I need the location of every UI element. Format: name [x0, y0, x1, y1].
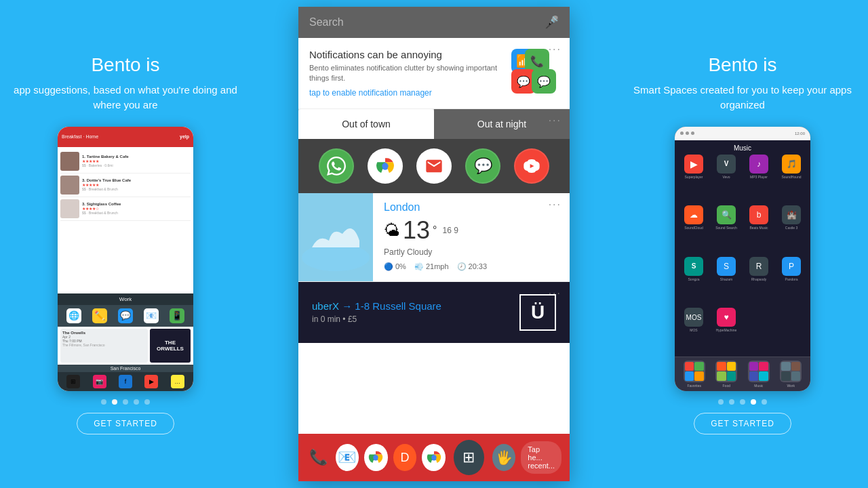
uber-more-icon[interactable]: ···	[549, 287, 561, 300]
chrome-app-icon[interactable]	[368, 148, 403, 184]
yelp-meta: $$ · Breakfast & Brunch	[82, 211, 191, 215]
castle-icon[interactable]: 🏰	[782, 205, 801, 224]
app-drawer-button[interactable]: ⊞	[454, 440, 484, 475]
folder-label: Favorites	[687, 384, 701, 388]
mos-icon[interactable]: MOS	[684, 308, 703, 327]
tap-recents-label[interactable]: Tap he... recent...	[521, 441, 561, 474]
search-input[interactable]: Search	[309, 16, 538, 28]
notification-more-icon[interactable]: ···	[549, 43, 561, 56]
left-phone-mockup: Breakfast · Home yelp 1. Tartine Bakery …	[58, 127, 193, 391]
right-panel: Bento is Smart Spaces created for you to…	[617, 41, 868, 448]
event-image: THEORWELLS	[150, 329, 191, 363]
soundcloud-icon[interactable]: ☁	[684, 205, 703, 224]
left-title: Bento is	[91, 54, 159, 76]
yelp-thumb	[60, 199, 79, 218]
beats-icon[interactable]: b	[749, 205, 768, 224]
dot-1[interactable]	[718, 399, 724, 405]
left-pagination	[101, 399, 150, 405]
event-card: The Orwells Apr 2 Thu 7:00 PM The Fillmo…	[60, 329, 148, 363]
wind-stat: 💨 21mph	[414, 262, 449, 271]
dot	[680, 131, 684, 135]
chrome-nav-icon[interactable]	[364, 444, 388, 471]
dd-nav-icon[interactable]: D	[393, 444, 417, 471]
dot-2[interactable]	[729, 399, 734, 405]
tabs-more-icon[interactable]: ···	[549, 115, 561, 127]
dot-4[interactable]	[751, 399, 756, 405]
right-get-started-button[interactable]: GET STARTED	[694, 413, 791, 434]
weather-stats: 🔵 0% 💨 21mph 🕗 20:33	[384, 262, 559, 271]
gmail-nav-icon[interactable]: 📧	[336, 444, 359, 471]
whatsapp-app-icon[interactable]	[319, 148, 354, 184]
right-subtitle: Smart Spaces created for you to keep you…	[631, 83, 854, 113]
list-item: b Beats Music	[744, 205, 774, 254]
app-label: Songza	[688, 277, 700, 281]
mp3player-icon[interactable]: ♪	[749, 155, 768, 174]
work-folder[interactable]: Work	[780, 361, 802, 388]
list-item: 🔍 Sound Search	[711, 205, 741, 254]
dot-2[interactable]	[112, 399, 117, 405]
yelp-logo: yelp	[180, 134, 189, 139]
rhapsody-icon[interactable]: R	[749, 257, 768, 276]
list-item: 🎵 SoundHound	[776, 155, 806, 203]
rain-icon: 🔵	[384, 262, 393, 271]
songza-icon[interactable]: S	[684, 257, 703, 276]
app-label: Vevo	[722, 175, 730, 179]
dot-1[interactable]	[101, 399, 106, 405]
music-folder[interactable]: Music	[748, 361, 770, 388]
weather-more-icon[interactable]: ···	[549, 199, 561, 211]
dot-5[interactable]	[762, 399, 767, 405]
list-item: S Shazam	[711, 257, 741, 306]
dot-5[interactable]	[144, 399, 150, 405]
uber-logo[interactable]: Ü	[519, 294, 556, 331]
dot	[691, 131, 694, 135]
facebook-icon: f	[119, 375, 132, 388]
weather-card: ··· London 🌤 13 ° 16 9 Partly Cloudy	[298, 193, 570, 282]
uber-arrow: → 1-8 Russell Square	[342, 300, 441, 312]
yelp-stars: ★★★★☆	[82, 206, 191, 211]
pandora-icon[interactable]: P	[782, 257, 801, 276]
gmail-icon: 📧	[144, 308, 159, 323]
list-item: P Pandora	[776, 257, 806, 306]
list-item: MOS MOS	[679, 308, 709, 357]
music-section-title: Music	[675, 140, 810, 155]
food-folder[interactable]: Food	[715, 361, 737, 388]
app-label: Sound Search	[715, 226, 737, 230]
dot-4[interactable]	[134, 399, 139, 405]
youtube-app-icon[interactable]	[514, 148, 549, 184]
gmail-app-icon[interactable]	[416, 148, 452, 184]
tab-out-of-town[interactable]: Out of town	[298, 109, 434, 139]
uber-detail: in 0 min • £5	[312, 314, 441, 324]
list-item: V Vevo	[711, 155, 741, 203]
weather-unit: °	[433, 224, 437, 237]
bottom-navigation: 📞 📧 D ⊞ 🖐 Tap he... recent...	[298, 434, 570, 481]
favorites-folder[interactable]: Favorites	[684, 361, 705, 388]
shazam-icon[interactable]: S	[717, 257, 736, 276]
notification-link[interactable]: tap to enable notification manager	[309, 88, 503, 98]
time-icon: 🕗	[457, 262, 467, 271]
left-panel: Bento is app suggestions, based on what …	[0, 41, 251, 448]
extra-icon: …	[171, 375, 184, 388]
weather-condition-icon: 🌤	[384, 221, 400, 240]
right-title: Bento is	[708, 54, 776, 76]
weather-description: Partly Cloudy	[384, 247, 559, 257]
dot-3[interactable]	[123, 399, 128, 405]
vevo-icon[interactable]: V	[717, 155, 736, 174]
yelp-thumb	[60, 176, 79, 195]
hangouts-app-icon[interactable]: 💬	[465, 148, 500, 184]
grid-icon: ⊞	[66, 375, 80, 388]
superplayer-icon[interactable]: ▶	[684, 155, 703, 174]
weather-hi-lo: 16 9	[442, 226, 458, 235]
soundsearch-icon[interactable]: 🔍	[717, 205, 736, 224]
mic-icon[interactable]: 🎤	[544, 15, 559, 30]
assistant-nav-icon[interactable]: 🖐	[492, 444, 516, 471]
soundhound-icon[interactable]: 🎵	[782, 155, 801, 174]
right-phone-time: 12:00	[795, 131, 805, 136]
phone-nav-icon[interactable]: 📞	[307, 444, 330, 471]
left-get-started-button[interactable]: GET STARTED	[77, 413, 174, 434]
list-item: ☁ SoundCloud	[679, 205, 709, 254]
chrome2-nav-icon[interactable]	[422, 444, 446, 471]
dot-3[interactable]	[740, 399, 745, 405]
right-dock: Favorites Food	[675, 357, 810, 391]
list-item: 1. Tartine Bakery & Cafe ★★★★★ $$ · Bake…	[60, 150, 191, 174]
hypemachine-icon[interactable]: ♥	[717, 308, 736, 327]
